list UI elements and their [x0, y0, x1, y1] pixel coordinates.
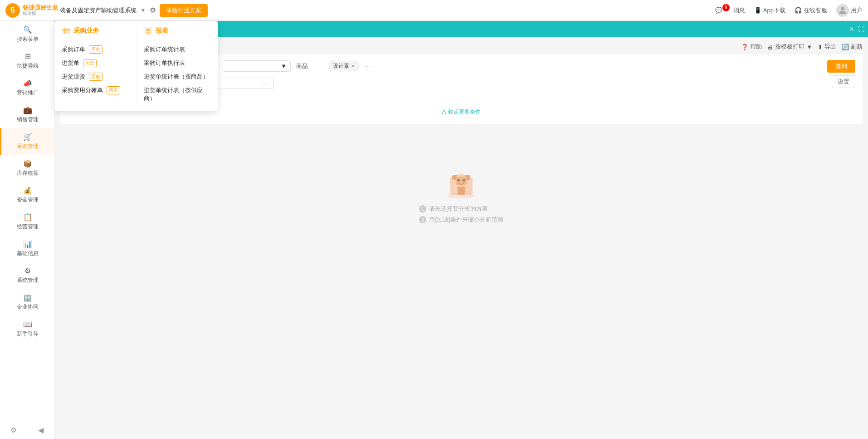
dropdown-item-purchase-expense[interactable]: 采购费用分摊单 历史 — [62, 84, 129, 97]
export-button[interactable]: ⬆ 导出 — [818, 43, 836, 51]
status-arrow: ▼ — [281, 63, 287, 69]
service-label: 在线客服 — [804, 6, 827, 15]
sidebar-item-sales[interactable]: 💼 销售管理 — [0, 101, 54, 128]
refresh-button[interactable]: 🔄 刷新 — [842, 43, 863, 51]
megaphone-icon: 📣 — [23, 79, 32, 88]
sidebar-item-basic[interactable]: 📊 基础信息 — [0, 235, 54, 262]
sidebar-item-inventory[interactable]: 📦 库存核算 — [0, 155, 54, 182]
hint2-text: 用[过滤]条件来缩小分析范围 — [429, 216, 503, 224]
sidebar-item-quick[interactable]: ⊞ 快捷导航 — [0, 48, 54, 74]
sidebar-item-search[interactable]: 🔍 搜索菜单 — [0, 21, 54, 48]
dropdown-item-report-1[interactable]: 采购订单统计表 — [144, 43, 211, 56]
empty-illustration — [439, 164, 484, 200]
sidebar-label-inventory: 库存核算 — [17, 169, 39, 177]
goods-tag-close[interactable]: ✕ — [351, 64, 355, 69]
purchase-col-header: 采购业务 — [62, 26, 129, 38]
user-item[interactable]: 用户 — [836, 4, 863, 17]
salesman-ellipsis: ··· — [262, 80, 270, 87]
purchase-expense-history-tag: 历史 — [107, 86, 120, 94]
report-3-label: 进货单统计表（按商品） — [144, 73, 209, 81]
sidebar-label-guide: 新手引导 — [17, 330, 39, 338]
purchase-col-title: 采购业务 — [73, 27, 99, 35]
collapse-sidebar-icon[interactable]: ◀ — [38, 426, 44, 434]
purchase-receipt-history-tag: 历史 — [83, 59, 97, 67]
logo-icon: 6 — [5, 3, 20, 18]
main-layout: 🔍 搜索菜单 ⊞ 快捷导航 📣 营销推广 💼 销售管理 🛒 采购管理 📦 库存核… — [0, 21, 868, 439]
bottom-settings-icon[interactable]: ⚙ — [10, 426, 17, 434]
sidebar-item-marketing[interactable]: 📣 营销推广 — [0, 74, 54, 101]
help-icon: ❓ — [741, 44, 748, 50]
purchase-expense-label: 采购费用分摊单 — [62, 86, 103, 94]
app-download-item[interactable]: 📱 App下载 — [754, 6, 785, 15]
refresh-icon: 🔄 — [842, 44, 849, 50]
sidebar-item-funds[interactable]: 💰 资金管理 — [0, 182, 54, 208]
report-4-label: 进货单统计表（按供应商） — [144, 86, 211, 103]
dropdown-item-purchase-return[interactable]: 进货退货 历史 — [62, 70, 129, 84]
svg-point-6 — [457, 179, 460, 182]
sidebar-item-operations[interactable]: 📋 经营管理 — [0, 208, 54, 235]
collapse-up-icon: ⋀ — [442, 109, 446, 115]
content-area: 首页 销售排行榜 ✕ ✕ ⛶ ❓ 帮助 🖨 按模板打印 — [54, 21, 868, 439]
goods-tag-value: 设计素 — [333, 62, 349, 70]
dropdown-item-purchase-receipt[interactable]: 进货单 历史 — [62, 56, 129, 70]
cart-icon: 🛒 — [23, 133, 32, 141]
query-button[interactable]: 查询 — [827, 60, 855, 73]
user-label: 用户 — [851, 6, 863, 15]
purchase-dropdown-overlay: 采购业务 采购订单 历史 进货单 历史 进货退货 历史 — [54, 21, 218, 111]
settings-button[interactable]: 设置 — [832, 75, 855, 88]
search-icon: 🔍 — [23, 25, 32, 34]
dropdown-columns: 采购业务 采购订单 历史 进货单 历史 进货退货 历史 — [54, 26, 218, 105]
sidebar-label-operations: 经营管理 — [17, 223, 39, 231]
goods-label: 商品 — [296, 62, 323, 70]
money-icon: 💰 — [23, 186, 32, 195]
phone-icon: 📱 — [754, 7, 761, 14]
hint1-text: 请先选择要分析的方案 — [429, 205, 488, 213]
goods-ellipsis: ··· — [364, 63, 372, 69]
message-badge: 9 — [722, 4, 730, 11]
svg-point-7 — [463, 179, 465, 182]
goods-tag: 设计素 ✕ — [329, 61, 359, 71]
print-arrow: ▼ — [806, 44, 812, 50]
online-service-item[interactable]: 🎧 在线客服 — [795, 6, 827, 15]
dropdown-item-report-4[interactable]: 进货单统计表（按供应商） — [144, 84, 211, 105]
dropdown-item-report-3[interactable]: 进货单统计表（按商品） — [144, 70, 211, 84]
box-icon: 📦 — [23, 159, 32, 168]
sidebar-label-marketing: 营销推广 — [17, 89, 39, 97]
sidebar: 🔍 搜索菜单 ⊞ 快捷导航 📣 营销推广 💼 销售管理 🛒 采购管理 📦 库存核… — [0, 21, 54, 439]
enterprise-icon: 🏢 — [23, 293, 32, 302]
sidebar-item-system[interactable]: ⚙ 系统管理 — [0, 262, 54, 289]
purchase-order-label: 采购订单 — [62, 45, 85, 54]
logo-area: 6 畅捷通好生意 标准版 — [5, 3, 60, 18]
sidebar-item-guide[interactable]: 📖 新手引导 — [0, 316, 54, 342]
grid-icon: ⊞ — [25, 52, 31, 61]
close-window-icon[interactable]: ✕ — [849, 25, 854, 33]
app-label: App下载 — [763, 6, 785, 15]
help-button[interactable]: ❓ 帮助 — [741, 43, 762, 51]
topbar-right: 💬 9 消息 📱 App下载 🎧 在线客服 用户 — [715, 4, 863, 17]
sidebar-item-enterprise[interactable]: 🏢 企业协同 — [0, 289, 54, 316]
sidebar-item-purchase[interactable]: 🛒 采购管理 — [0, 128, 54, 155]
status-select[interactable]: ▼ — [223, 60, 291, 72]
sidebar-bottom: ⚙ ◀ — [0, 421, 54, 439]
headset-icon: 🎧 — [795, 7, 802, 14]
refresh-label: 刷新 — [851, 43, 863, 51]
system-icon: ⚙ — [24, 266, 31, 275]
sidebar-label-sales: 销售管理 — [17, 116, 39, 123]
message-item[interactable]: 💬 9 消息 — [715, 6, 745, 15]
collapse-label: 收起更多条件 — [448, 109, 481, 115]
filter-actions: 查询 设置 — [827, 60, 855, 88]
hint-2: 2 用[过滤]条件来缩小分析范围 — [419, 216, 503, 224]
fullscreen-icon[interactable]: ⛶ — [858, 25, 864, 33]
logo-text: 畅捷通好生意 标准版 — [23, 4, 58, 17]
sidebar-label-enterprise: 企业协同 — [17, 303, 39, 311]
hint-1: 1 请先选择要分析的方案 — [419, 205, 488, 213]
help-label: 帮助 — [750, 43, 762, 51]
logo-sub: 标准版 — [23, 11, 58, 16]
sidebar-label-search: 搜索菜单 — [17, 35, 39, 43]
dropdown-item-purchase-order[interactable]: 采购订单 历史 — [62, 43, 129, 56]
report-col: 报表 采购订单统计表 采购订单执行表 进货单统计表（按商品） 进货单统计表（按供 — [137, 26, 218, 105]
purchase-return-label: 进货退货 — [62, 73, 85, 81]
print-button[interactable]: 🖨 按模板打印 ▼ — [767, 43, 812, 51]
message-icon: 💬 — [715, 7, 722, 14]
dropdown-item-report-2[interactable]: 采购订单执行表 — [144, 56, 211, 70]
